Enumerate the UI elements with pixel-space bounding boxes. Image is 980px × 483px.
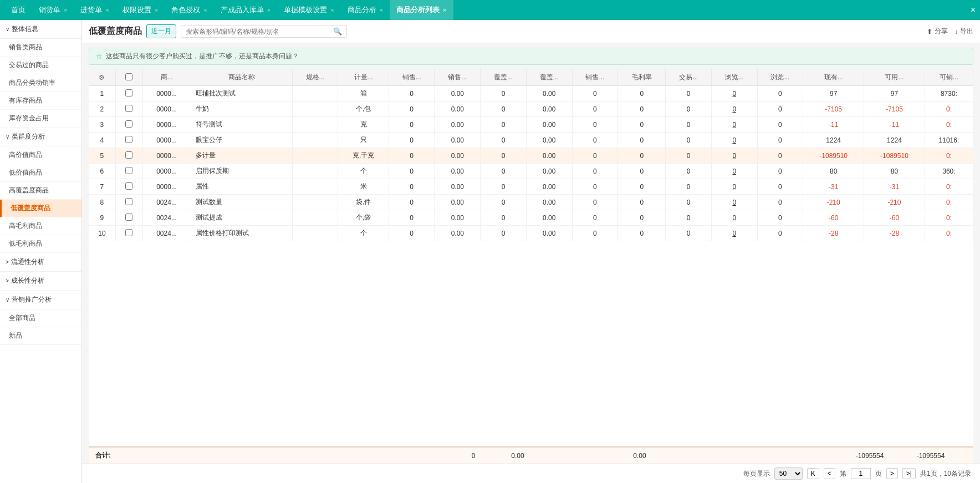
row-checkbox-input[interactable] xyxy=(125,151,132,159)
row-checkbox[interactable] xyxy=(115,133,142,148)
nav-home[interactable]: 首页 xyxy=(4,0,32,20)
page-title: 低覆盖度商品 xyxy=(89,26,142,37)
sidebar-item-low-coverage[interactable]: 低覆盖度商品 xyxy=(0,200,81,217)
row-checkbox[interactable] xyxy=(115,117,142,133)
row-cover1: 0 xyxy=(481,86,527,101)
th-checkbox[interactable] xyxy=(115,69,142,86)
sidebar-section-circulation[interactable]: > 流通性分析 xyxy=(0,253,81,272)
nav-close-icon[interactable]: × xyxy=(380,7,383,13)
sidebar-item-high-profit[interactable]: 高毛利商品 xyxy=(0,217,81,235)
row-spec xyxy=(292,117,338,133)
nav-purchase-order[interactable]: 进货单 × xyxy=(74,0,115,20)
nav-close-icon[interactable]: × xyxy=(105,7,109,13)
per-page-select[interactable]: 50 100 200 xyxy=(774,467,803,480)
sidebar-item-in-stock-goods[interactable]: 有库存商品 xyxy=(0,92,81,110)
row-checkbox[interactable] xyxy=(115,226,142,241)
nav-role-auth[interactable]: 角色授权 × xyxy=(165,0,213,20)
sidebar-item-high-value[interactable]: 高价值商品 xyxy=(0,146,81,164)
row-checkbox-input[interactable] xyxy=(125,89,132,96)
browse-link[interactable]: 0 xyxy=(732,105,736,113)
row-stock1: -31 xyxy=(803,179,864,195)
row-sales2: 0.00 xyxy=(435,179,481,195)
sidebar-section-group-analysis[interactable]: ∨ 类群度分析 xyxy=(0,128,81,146)
row-sales3: 0 xyxy=(572,101,618,117)
nav-product-warehouse[interactable]: 产成品入库单 × xyxy=(214,0,277,20)
browse-link[interactable]: 0 xyxy=(732,199,736,206)
browse-link[interactable]: 0 xyxy=(732,152,736,160)
search-icon[interactable]: 🔍 xyxy=(333,27,342,35)
row-checkbox[interactable] xyxy=(115,86,142,101)
browse-link[interactable]: 0 xyxy=(732,183,736,191)
row-checkbox[interactable] xyxy=(115,210,142,226)
next-page-button[interactable]: > xyxy=(886,468,898,479)
th-sales2: 销售... xyxy=(435,69,481,86)
row-checkbox-input[interactable] xyxy=(125,105,132,112)
page-input[interactable] xyxy=(851,468,871,479)
th-settings[interactable]: ⚙ xyxy=(89,69,115,86)
nav-permission-settings[interactable]: 权限设置 × xyxy=(116,0,165,20)
row-checkbox[interactable] xyxy=(115,101,142,117)
sidebar-section-growth[interactable]: > 成长性分析 xyxy=(0,272,81,291)
sidebar-section-overview[interactable]: ∨ 整体信息 xyxy=(0,20,81,39)
sidebar-item-low-profit[interactable]: 低毛利商品 xyxy=(0,235,81,253)
prev-page-button[interactable]: < xyxy=(824,468,835,479)
nav-close-icon[interactable]: × xyxy=(267,7,270,13)
sidebar-item-high-coverage[interactable]: 高覆盖度商品 xyxy=(0,182,81,200)
row-checkbox-input[interactable] xyxy=(125,213,132,221)
row-trade: 0 xyxy=(666,86,712,101)
browse-link[interactable]: 0 xyxy=(732,136,736,144)
row-spec xyxy=(292,133,338,148)
nav-product-analysis-list[interactable]: 商品分析列表 × xyxy=(390,0,453,20)
nav-product-analysis[interactable]: 商品分析 × xyxy=(341,0,390,20)
nav-close-icon[interactable]: × xyxy=(64,7,67,13)
browse-link[interactable]: 0 xyxy=(732,167,736,175)
nav-close-icon[interactable]: × xyxy=(203,7,207,13)
browse-link[interactable]: 0 xyxy=(732,90,736,98)
nav-close-icon[interactable]: × xyxy=(330,7,334,13)
browse-link[interactable]: 0 xyxy=(732,121,736,129)
nav-sales-order[interactable]: 销货单 × xyxy=(32,0,74,20)
row-checkbox-input[interactable] xyxy=(125,182,132,190)
sidebar-item-all-goods[interactable]: 全部商品 xyxy=(0,309,81,327)
nav-close-icon[interactable]: × xyxy=(443,7,446,13)
row-checkbox-input[interactable] xyxy=(125,120,132,128)
row-spec xyxy=(292,101,338,117)
browse-link[interactable]: 0 xyxy=(732,214,736,222)
row-checkbox[interactable] xyxy=(115,195,142,210)
export-button[interactable]: ↓ 导出 xyxy=(955,27,973,36)
sidebar-item-stock-capital[interactable]: 库存资金占用 xyxy=(0,110,81,128)
sidebar-item-new-goods[interactable]: 新品 xyxy=(0,327,81,345)
sidebar-section-marketing[interactable]: ∨ 营销推广分析 xyxy=(0,291,81,309)
nav-template-settings[interactable]: 单据模板设置 × xyxy=(277,0,340,20)
sidebar-item-low-value[interactable]: 低价值商品 xyxy=(0,164,81,182)
row-browse1: 0 xyxy=(711,179,757,195)
footer-total: 合计: 0 0.00 0.00 -1095554 -1095554 xyxy=(89,446,973,464)
nav-close-icon[interactable]: × xyxy=(155,7,158,13)
row-cover2: 0.00 xyxy=(526,210,572,226)
total-cover2: 0.00 xyxy=(623,452,656,460)
row-checkbox[interactable] xyxy=(115,179,142,195)
table-row: 9 0024... 测试提成 个,袋 0 0.00 0 0.00 0 0 0 0… xyxy=(89,210,973,226)
export-icon: ↓ xyxy=(955,28,958,35)
select-all-checkbox[interactable] xyxy=(125,73,132,80)
row-checkbox[interactable] xyxy=(115,164,142,179)
row-browse2: 0 xyxy=(757,210,803,226)
row-checkbox-input[interactable] xyxy=(125,229,132,236)
row-stock2: 97 xyxy=(864,86,925,101)
last-page-button[interactable]: >| xyxy=(902,468,916,479)
first-page-button[interactable]: K xyxy=(807,468,819,479)
browse-link[interactable]: 0 xyxy=(732,230,736,237)
window-close-button[interactable]: × xyxy=(971,5,976,15)
sidebar-item-sales-goods[interactable]: 销售类商品 xyxy=(0,39,81,57)
row-no: 6 xyxy=(89,164,115,179)
row-checkbox-input[interactable] xyxy=(125,198,132,205)
sidebar-item-category-sales-rate[interactable]: 商品分类动销率 xyxy=(0,74,81,92)
row-checkbox-input[interactable] xyxy=(125,167,132,174)
search-input[interactable] xyxy=(186,28,333,35)
period-button[interactable]: 近一月 xyxy=(146,24,176,38)
share-button[interactable]: ⬆ 分享 xyxy=(927,27,948,36)
row-checkbox-input[interactable] xyxy=(125,136,132,143)
row-checkbox[interactable] xyxy=(115,148,142,164)
sidebar-item-traded-goods[interactable]: 交易过的商品 xyxy=(0,57,81,74)
table-row: 7 0000... 属性 米 0 0.00 0 0.00 0 0 0 0 0 -… xyxy=(89,179,973,195)
